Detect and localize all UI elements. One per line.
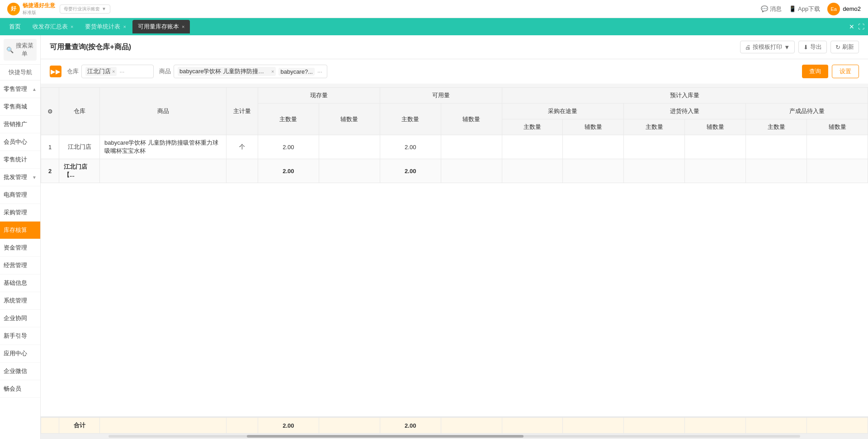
- user-area[interactable]: Ea demo2: [827, 3, 861, 15]
- user-name: demo2: [843, 5, 861, 12]
- footer-incoming-aux: [685, 418, 746, 434]
- message-btn[interactable]: 💬 消息: [761, 5, 782, 13]
- sidebar-label-wholesale: 批发管理: [4, 173, 27, 181]
- sidebar-label-finance: 资金管理: [4, 244, 27, 252]
- tab-order-label: 要货单统计表: [85, 23, 120, 31]
- sidebar-item-wholesale[interactable]: 批发管理 ▼: [0, 169, 40, 186]
- row2-warehouse: 江北门店【...: [59, 159, 100, 183]
- sidebar-item-basics[interactable]: 基础信息: [0, 274, 40, 292]
- close-all-icon[interactable]: ✕: [849, 23, 854, 30]
- tab-close-3[interactable]: ×: [182, 24, 184, 29]
- product-tag1-text: babycare学饮杯 儿童防摔防撞吸管杯重力球吸嘴杯宝宝水杯: [179, 67, 270, 76]
- filter-actions: 查询 设置: [802, 65, 859, 78]
- refresh-btn[interactable]: ↻ 刷新: [830, 41, 859, 53]
- row2-product-main: [746, 159, 807, 183]
- print-label: 按模板打印: [753, 43, 782, 51]
- footer-stock-aux: [319, 418, 380, 434]
- filter-toggle-btn[interactable]: ▶▶: [50, 66, 61, 77]
- col-forecast-group-header: 预计入库量: [502, 88, 868, 104]
- tab-order-stats[interactable]: 要货单统计表 ×: [80, 20, 131, 33]
- sidebar-label-apps: 应用中心: [4, 349, 27, 358]
- sidebar-label-operations: 经营管理: [4, 261, 27, 269]
- row2-avail-main: 2.00: [380, 159, 441, 183]
- warehouse-filter-label: 仓库: [67, 67, 79, 76]
- col-settings-header[interactable]: ⚙: [41, 88, 59, 135]
- warehouse-more-btn[interactable]: ···: [119, 68, 124, 75]
- top-bar-left: 好 畅捷通好生意 标准版 母婴行业演示账套 ▼: [7, 2, 110, 16]
- quick-nav-btn[interactable]: 快捷导航: [0, 65, 40, 80]
- app-download-btn[interactable]: 📱 App下载: [789, 5, 820, 13]
- warehouse-tag-remove[interactable]: ×: [112, 69, 115, 74]
- col-stock-main-header: 主数量: [258, 104, 319, 135]
- app-subtext: 标准版: [23, 9, 55, 16]
- sidebar-item-apps[interactable]: 应用中心: [0, 345, 40, 363]
- product-filter-input[interactable]: babycare学饮杯 儿童防摔防撞吸管杯重力球吸嘴杯宝宝水杯 × babyca…: [174, 65, 327, 78]
- tab-close-1[interactable]: ×: [71, 24, 73, 29]
- sidebar-item-newbie[interactable]: 新手引导: [0, 327, 40, 345]
- sidebar-item-retail-mall[interactable]: 零售商城: [0, 98, 40, 116]
- refresh-icon: ↻: [835, 44, 840, 51]
- warehouse-filter-input[interactable]: 江北门店 × ···: [81, 65, 154, 78]
- content-area: 可用量查询(按仓库+商品) 🖨 按模板打印 ▼ ⬇ 导出 ↻ 刷新 ▶▶: [41, 35, 868, 439]
- print-btn[interactable]: 🖨 按模板打印 ▼: [740, 41, 795, 53]
- scrollbar-thumb[interactable]: [247, 435, 524, 438]
- sidebar-item-operations[interactable]: 经营管理: [0, 257, 40, 274]
- footer-empty-3: [226, 418, 258, 434]
- footer-table: 合计 2.00 2.00: [41, 417, 868, 434]
- product-tag2-text: babycare?...: [280, 68, 313, 75]
- col-warehouse-header: 仓库: [59, 88, 100, 135]
- search-icon: 🔍: [6, 47, 14, 53]
- message-icon: 💬: [761, 5, 768, 12]
- store-selector[interactable]: 母婴行业演示账套 ▼: [60, 5, 110, 14]
- data-table: ⚙ 仓库 商品 主计量 现存量 可用量 预计入库量 主数量 辅数量 主数量 辅数…: [41, 87, 868, 183]
- row1-product-aux: [807, 135, 868, 159]
- store-name: 母婴行业演示账套: [64, 6, 100, 12]
- footer-avail-main: 2.00: [380, 418, 441, 434]
- row2-unit: [226, 159, 258, 183]
- col-purchase-main-header: 主数量: [502, 119, 563, 135]
- search-menu-btn[interactable]: 🔍 搜索菜单: [4, 39, 37, 61]
- sidebar-item-finance[interactable]: 资金管理: [0, 239, 40, 257]
- tab-receive-summary[interactable]: 收发存汇总表 ×: [27, 20, 79, 33]
- export-label: 导出: [810, 43, 822, 51]
- footer-product-aux: [807, 418, 868, 434]
- sidebar-label-retail-stats: 零售统计: [4, 156, 27, 164]
- app-download-label: App下载: [798, 5, 820, 13]
- sidebar-item-retail-stats[interactable]: 零售统计: [0, 151, 40, 169]
- tab-home[interactable]: 首页: [4, 20, 26, 33]
- col-product-group-header: 产成品待入量: [746, 104, 868, 119]
- sidebar-item-enterprise[interactable]: 企业协同: [0, 310, 40, 327]
- product-tag1-remove[interactable]: ×: [271, 69, 274, 74]
- sidebar-item-ecommerce[interactable]: 电商管理: [0, 186, 40, 204]
- sidebar-label-enterprise: 企业协同: [4, 314, 27, 322]
- footer-label: 合计: [59, 418, 100, 434]
- print-icon: 🖨: [745, 44, 751, 51]
- row1-product: babycare学饮杯 儿童防摔防撞吸管杯重力球吸嘴杯宝宝水杯: [100, 135, 226, 159]
- row2-incoming-aux: [685, 159, 746, 183]
- sidebar-item-inventory[interactable]: 库存核算: [0, 222, 40, 239]
- page-header: 可用量查询(按仓库+商品) 🖨 按模板打印 ▼ ⬇ 导出 ↻ 刷新: [41, 35, 868, 59]
- sidebar-item-wecom[interactable]: 企业微信: [0, 363, 40, 380]
- export-btn[interactable]: ⬇ 导出: [798, 41, 827, 53]
- avatar: Ea: [827, 3, 840, 15]
- sidebar-label-system: 系统管理: [4, 297, 27, 305]
- tab-close-2[interactable]: ×: [123, 24, 126, 29]
- sidebar-item-marketing[interactable]: 营销推广: [0, 116, 40, 133]
- horizontal-scrollbar[interactable]: [41, 434, 868, 439]
- tab-receive-label: 收发存汇总表: [33, 23, 68, 31]
- sidebar-item-retail-mgmt[interactable]: 零售管理 ▲: [0, 80, 40, 98]
- settings-btn[interactable]: 设置: [832, 65, 859, 78]
- sidebar-item-system[interactable]: 系统管理: [0, 292, 40, 310]
- footer-stock-main: 2.00: [258, 418, 319, 434]
- product-more-btn[interactable]: ···: [317, 68, 322, 75]
- sidebar-item-members[interactable]: 会员中心: [0, 133, 40, 151]
- sidebar-label-newbie: 新手引导: [4, 332, 27, 340]
- sidebar-item-purchase[interactable]: 采购管理: [0, 204, 40, 222]
- row2-avail-aux: [441, 159, 502, 183]
- expand-icon[interactable]: ⛶: [858, 23, 864, 30]
- sidebar-label-mall: 零售商城: [4, 103, 27, 111]
- tab-available-stock[interactable]: 可用量库存账本 ×: [132, 20, 190, 33]
- warehouse-tag-text: 江北门店: [87, 67, 111, 76]
- query-btn[interactable]: 查询: [802, 65, 828, 78]
- sidebar-item-changhui[interactable]: 畅会员: [0, 380, 40, 398]
